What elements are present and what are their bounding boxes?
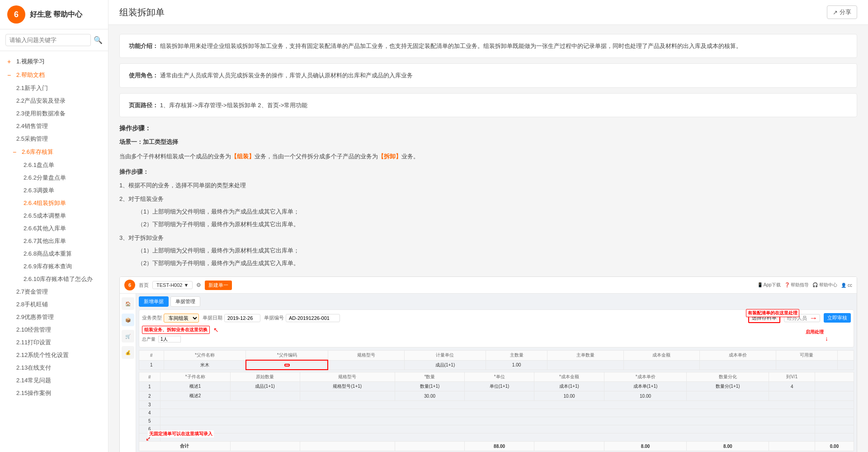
app-top-bar: 6 首页 TEST-H002 ▼ ⚙ 新建单一 📱 App下载 ❓ 帮助指导 🎧… — [120, 277, 857, 294]
cell-orig-qty — [230, 391, 300, 401]
cell-act — [815, 391, 854, 401]
annotation-enable: 启用处理 — [806, 329, 824, 335]
col-parent-name: *父件名称 — [164, 351, 246, 361]
sidebar-item-inventory[interactable]: − 2.6库存核算 — [0, 145, 108, 159]
sidebar-item-video[interactable]: + 1.视频学习 — [0, 55, 108, 68]
confirm-btn[interactable]: 立即审核 — [824, 313, 851, 323]
cell-dist: 数量分(1+1) — [687, 382, 769, 391]
sidebar-sub-cost-recalc[interactable]: 2.6.8商品成本重算 — [0, 247, 108, 260]
cell-ucost: 成本单(1+1) — [604, 382, 686, 391]
sidebar-sub-install[interactable]: 2.2产品安装及登录 — [0, 95, 108, 107]
sidebar-sub-xinshourumen[interactable]: 2.1新手入门 — [0, 82, 108, 95]
user-avatar[interactable]: 👤 cc — [841, 283, 852, 288]
help-center-link[interactable]: 🎧 帮助中心 — [812, 282, 837, 288]
table-header-row: # *父件名称 *父件编码 规格型号 计量单位 主数量 主单数量 成本金额 成本 — [139, 351, 854, 361]
sidebar-sub-assembly[interactable]: 2.6.4组装拆卸单 — [0, 197, 108, 209]
sidebar-sub-purchase[interactable]: 2.5采购管理 — [0, 133, 108, 145]
cell-spec — [300, 391, 395, 401]
app-logo: 6 — [124, 280, 135, 290]
col-no: # — [139, 351, 164, 361]
lower-table-section: 无固定清单可以在这里填写录入 ↙ # *子件名称 原始数量 规格型号 — [139, 372, 854, 451]
sidebar-sub-inventory-error[interactable]: 2.6.10库存账本错了怎么办 — [0, 273, 108, 285]
table-row: 4 — [139, 409, 854, 417]
annotation-manual-entry: 无固定清单可以在这里填写录入 — [148, 430, 214, 438]
help-guide-link[interactable]: ❓ 帮助指导 — [784, 282, 809, 288]
screenshot-container: 6 首页 TEST-H002 ▼ ⚙ 新建单一 📱 App下载 ❓ 帮助指导 🎧… — [119, 276, 857, 452]
cell-act — [815, 401, 854, 409]
nav-icon-purchase[interactable]: 🛒 — [122, 330, 134, 343]
upper-table-section: # *父件名称 *父件编码 规格型号 计量单位 主数量 主单数量 成本金额 成本 — [139, 350, 854, 370]
sidebar-sub-operation[interactable]: 2.10经营管理 — [0, 324, 108, 336]
annotation-switch: 组装业务、拆卸业务在这里切换 — [142, 326, 210, 334]
new-doc-btn[interactable]: 新建单一 — [205, 281, 232, 290]
sidebar-sub-pandian2[interactable]: 2.6.2分量盘点单 — [0, 171, 108, 184]
path-block: 页面路径： 1、库存核算->库存管理->组装拆卸单 2、首页->常用功能 — [119, 93, 857, 117]
sidebar-sub-diaob[interactable]: 2.6.3调拨单 — [0, 184, 108, 197]
cell-code — [246, 360, 328, 370]
cell-orig-qty: 成品(1+1) — [230, 382, 300, 391]
footer-label: 合计 — [139, 442, 231, 451]
main-header: 组装拆卸单 ↗ 分享 — [108, 0, 868, 25]
cell-spec — [328, 360, 404, 370]
footer-empty1 — [230, 442, 300, 451]
cell-qty: 30.00 — [395, 391, 465, 401]
sidebar-sub-other-in[interactable]: 2.6.6其他入库单 — [0, 222, 108, 235]
app-download-link[interactable]: 📱 App下载 — [757, 282, 781, 288]
table-footer-row: 合计 88.00 8.00 8.00 — [139, 442, 854, 451]
cell-no: 5 — [139, 417, 160, 425]
sidebar-sub-dataprepare[interactable]: 2.3使用前数据准备 — [0, 107, 108, 120]
sidebar-sub-print[interactable]: 2.11打印设置 — [0, 336, 108, 349]
search-button[interactable]: 🔍 — [94, 36, 103, 44]
sidebar-sub-costadj[interactable]: 2.6.5成本调整单 — [0, 209, 108, 222]
table-row: 6 — [139, 425, 854, 433]
tab-new-doc[interactable]: 新增单据 — [139, 296, 169, 307]
sidebar-sub-coupon[interactable]: 2.9优惠券管理 — [0, 311, 108, 324]
company-dropdown[interactable]: TEST-H002 ▼ — [152, 281, 193, 289]
total-qty-label: 总产量 — [142, 336, 156, 343]
sidebar-sub-mobile[interactable]: 2.8手机旺铺 — [0, 298, 108, 311]
cell-cost: 10.00 — [534, 391, 604, 401]
col-qty: 主数量 — [486, 351, 547, 361]
app-title: 好生意 帮助中心 — [30, 10, 82, 19]
sidebar-sub-other-out[interactable]: 2.6.7其他出库单 — [0, 235, 108, 247]
col-spec2: 规格型号 — [300, 372, 395, 382]
nav-icon-home[interactable]: 🏠 — [122, 297, 134, 310]
sidebar-sub-faq[interactable]: 2.14常见问题 — [0, 374, 108, 387]
table-row: 3 — [139, 401, 854, 409]
col-avail: 可用量 — [776, 351, 837, 361]
step3-2-text: （2）下部明细为子件明细，最终作为产成品生成其它入库单。 — [137, 257, 857, 269]
search-input[interactable] — [5, 34, 91, 46]
col-vd: 到V/1 — [769, 372, 815, 382]
sidebar-item-docs[interactable]: − 2.帮助文档 — [0, 68, 108, 82]
sidebar-item-label: 2.6库存核算 — [22, 148, 53, 156]
ops-steps-heading: 操作步骤： — [119, 124, 857, 133]
step3-text: 3、对于拆卸业务 — [119, 232, 857, 244]
sidebar-sub-system[interactable]: 2.12系统个性化设置 — [0, 349, 108, 362]
table-row: 1 概述1 成品(1+1) 规格型号(1+1) 数量(1+1) 单位(1+1) … — [139, 382, 854, 391]
app-content-area: 🏠 📦 🛒 💰 新增单据 单据管理 — [120, 294, 857, 452]
footer-v1: 8.00 — [604, 442, 686, 451]
annotation-arrow-1: → — [809, 314, 817, 323]
cell-unit: 成品(1+1) — [404, 360, 486, 370]
table-row: 2 概述2 30.00 10.00 10.00 — [139, 391, 854, 401]
total-qty-input[interactable] — [158, 336, 181, 343]
sidebar-sub-pandian[interactable]: 2.6.1盘点单 — [0, 159, 108, 171]
sidebar-sub-sales[interactable]: 2.4销售管理 — [0, 120, 108, 133]
footer-empty3 — [534, 442, 604, 451]
sidebar-item-label: 2.帮助文档 — [16, 71, 45, 79]
date-input[interactable] — [224, 314, 260, 322]
col-original-qty: 原始数量 — [230, 372, 300, 382]
nav-icon-inventory[interactable]: 📦 — [122, 314, 134, 326]
no-input[interactable] — [286, 314, 340, 322]
sidebar-sub-cases[interactable]: 2.15操作案例 — [0, 387, 108, 400]
tab-doc-manage[interactable]: 单据管理 — [170, 296, 200, 307]
nav-icon-finance[interactable]: 💰 — [122, 346, 134, 359]
share-button[interactable]: ↗ 分享 — [827, 5, 857, 19]
cell-action — [837, 360, 854, 370]
type-select[interactable]: 车间组装 车间拆卸 — [164, 314, 199, 323]
sidebar-sub-payment[interactable]: 2.13在线支付 — [0, 362, 108, 374]
sidebar-sub-inventory-query[interactable]: 2.6.9库存账本查询 — [0, 260, 108, 273]
annotation-arrow-4: ↙ — [146, 435, 151, 442]
sidebar-sub-capital[interactable]: 2.7资金管理 — [0, 285, 108, 298]
func-intro-text: 组装拆卸单用来处理企业组装或拆卸等加工业务，支持有固定装配清单的产品加工业务，也… — [160, 43, 742, 49]
